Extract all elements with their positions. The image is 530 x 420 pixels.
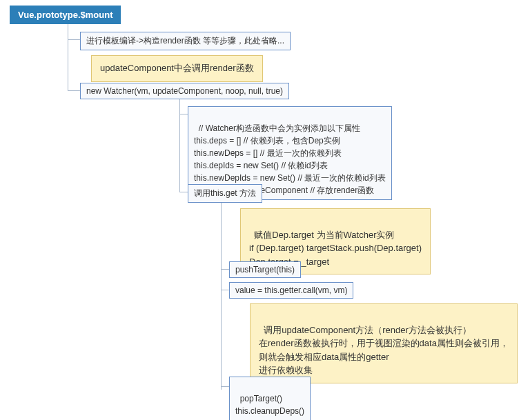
node-pop-target: popTarget() this.cleanupDeps() — [229, 377, 311, 420]
node-text: 调用this.get 方法 — [194, 188, 256, 198]
node-template-compile: 进行模板编译->构造render函数 等等步骤，此处省略... — [80, 32, 291, 50]
root-node: Vue.prototype.$mount — [10, 6, 121, 24]
node-push-target: pushTarget(this) — [229, 261, 301, 278]
callout-render-exec: 调用updateComponent方法（render方法会被执行） 在rende… — [250, 303, 518, 383]
node-this-get: 调用this.get 方法 — [188, 184, 262, 203]
node-text: value = this.getter.call(vm, vm) — [235, 286, 347, 295]
node-new-watcher: new Watcher(vm, updateComponent, noop, n… — [80, 83, 289, 99]
root-title: Vue.prototype.$mount — [18, 10, 112, 20]
node-getter-call: value = this.getter.call(vm, vm) — [229, 282, 353, 299]
node-text: pushTarget(this) — [235, 265, 295, 274]
node-text: popTarget() this.cleanupDeps() — [235, 394, 304, 416]
node-text: new Watcher(vm, updateComponent, noop, n… — [86, 86, 283, 96]
callout-text: updateComponent中会调用render函数 — [100, 63, 254, 73]
callout-update-component: updateComponent中会调用render函数 — [91, 55, 263, 82]
callout-text: 调用updateComponent方法（render方法会被执行） 在rende… — [259, 325, 509, 376]
node-text: 进行模板编译->构造render函数 等等步骤，此处省略... — [86, 36, 284, 46]
